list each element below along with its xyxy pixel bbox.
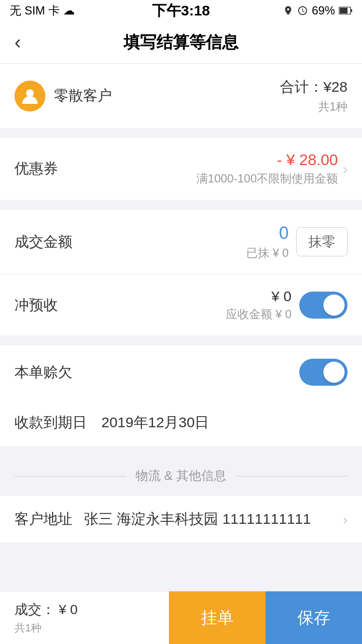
transaction-label: 成交金额	[14, 232, 72, 252]
bottom-info: 成交： ¥ 0 共1种	[0, 601, 169, 635]
address-arrow-icon: ›	[343, 511, 348, 528]
alarm-icon	[297, 5, 308, 16]
coupon-section: 优惠券 - ¥ 28.00 满1000-100不限制使用金额 ›	[0, 138, 362, 200]
coupon-row[interactable]: 优惠券 - ¥ 28.00 满1000-100不限制使用金额 ›	[0, 138, 362, 200]
content: 零散客户 合计：¥28 共1种 优惠券 - ¥ 28.00 满1000-100不…	[0, 64, 362, 610]
prepayment-sub: 应收金额 ¥ 0	[226, 307, 292, 322]
customer-count: 共1种	[280, 99, 348, 114]
transaction-right: 0 已抹 ¥ 0 抹零	[246, 223, 348, 261]
coupon-label: 优惠券	[14, 159, 58, 179]
logistics-header: 物流 & 其他信息	[0, 456, 362, 496]
battery-icon	[339, 7, 352, 14]
due-date-row: 收款到期日 2019年12月30日	[0, 399, 362, 446]
customer-row: 零散客户 合计：¥28 共1种	[0, 64, 362, 128]
credit-right	[299, 359, 348, 386]
prepayment-right: ¥ 0 应收金额 ¥ 0	[226, 288, 348, 322]
hold-order-label: 挂单	[201, 607, 234, 629]
status-right: 69%	[283, 4, 352, 17]
bottom-deal: 成交： ¥ 0	[14, 601, 154, 619]
due-date-label: 收款到期日	[14, 413, 87, 433]
coupon-arrow-icon: ›	[343, 161, 348, 177]
credit-label: 本单赊欠	[14, 363, 72, 382]
customer-name: 零散客户	[54, 86, 112, 106]
credit-row: 本单赊欠	[0, 345, 362, 399]
person-icon	[20, 86, 40, 106]
back-button[interactable]: ‹	[14, 31, 21, 53]
customer-summary: 合计：¥28 共1种	[280, 77, 348, 114]
prepayment-value: ¥ 0	[226, 288, 292, 305]
address-row[interactable]: 客户地址 张三 海淀永丰科技园 11111111111 ›	[0, 496, 362, 543]
svg-rect-1	[340, 8, 348, 14]
due-date-value: 2019年12月30日	[101, 413, 209, 433]
credit-toggle[interactable]	[299, 359, 348, 386]
coupon-discount: - ¥ 28.00	[196, 151, 338, 169]
credit-section: 本单赊欠 收款到期日 2019年12月30日	[0, 345, 362, 446]
customer-left: 零散客户	[14, 81, 112, 112]
prepayment-row: 冲预收 ¥ 0 应收金额 ¥ 0	[0, 274, 362, 336]
status-bar: 无 SIM 卡 ☁ 下午3:18 69%	[0, 0, 362, 21]
bottom-count: 共1种	[14, 621, 154, 635]
svg-rect-2	[351, 9, 352, 12]
location-icon	[283, 5, 293, 16]
save-label: 保存	[297, 607, 330, 629]
prepayment-amount-group: ¥ 0 应收金额 ¥ 0	[226, 288, 292, 322]
deal-label: 成交：	[14, 602, 55, 617]
prepayment-label: 冲预收	[14, 295, 58, 315]
battery-level: 69%	[312, 4, 335, 17]
transaction-amount-group: 0 已抹 ¥ 0	[246, 223, 289, 261]
round-zero-button[interactable]: 抹零	[296, 227, 348, 256]
transaction-sub: 已抹 ¥ 0	[246, 245, 289, 261]
status-time: 下午3:18	[152, 1, 210, 21]
address-value: 张三 海淀永丰科技园 11111111111	[84, 509, 343, 529]
save-button[interactable]: 保存	[265, 591, 362, 644]
deal-value: ¥ 0	[59, 602, 78, 617]
nav-bar: ‹ 填写结算等信息	[0, 21, 362, 64]
hold-order-button[interactable]: 挂单	[169, 591, 265, 644]
customer-avatar	[14, 81, 45, 112]
transaction-section: 成交金额 0 已抹 ¥ 0 抹零 冲预收 ¥ 0 应收金额 ¥ 0	[0, 210, 362, 336]
svg-point-3	[26, 89, 34, 97]
logistics-title: 物流 & 其他信息	[126, 467, 236, 484]
sim-status: 无 SIM 卡 ☁	[10, 3, 75, 18]
transaction-value: 0	[246, 223, 289, 243]
address-section: 客户地址 张三 海淀永丰科技园 11111111111 ›	[0, 496, 362, 543]
address-label: 客户地址	[14, 509, 72, 529]
coupon-values: - ¥ 28.00 满1000-100不限制使用金额	[196, 151, 338, 186]
coupon-desc: 满1000-100不限制使用金额	[196, 171, 338, 186]
bottom-bar: 成交： ¥ 0 共1种 挂单 保存	[0, 591, 362, 644]
status-left: 无 SIM 卡 ☁	[10, 3, 75, 18]
customer-total: 合计：¥28	[280, 77, 348, 97]
transaction-row: 成交金额 0 已抹 ¥ 0 抹零	[0, 210, 362, 274]
prepayment-toggle[interactable]	[299, 292, 348, 319]
coupon-right: - ¥ 28.00 满1000-100不限制使用金额 ›	[196, 151, 348, 186]
page-title: 填写结算等信息	[124, 31, 238, 54]
